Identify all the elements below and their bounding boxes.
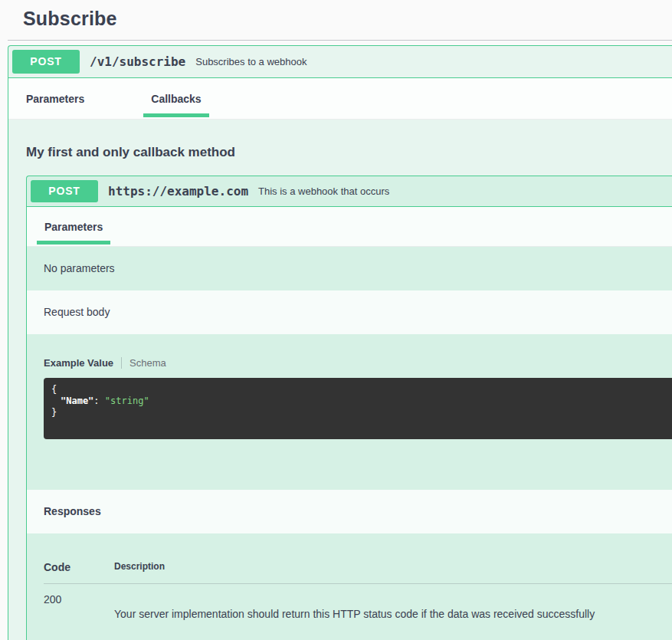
callbacks-panel: My first and only callback method POST h… [8,145,672,640]
responses-table-head: Code Description [44,561,672,584]
responses-table: Code Description 200 Your server impleme… [27,533,672,640]
model-tab-divider [121,357,122,369]
column-header-description: Description [114,561,165,573]
responses-label: Responses [44,505,101,517]
tab-schema[interactable]: Schema [129,357,166,369]
no-parameters-row: No parameters [27,247,672,290]
callback-method-badge-post: POST [31,180,98,202]
endpoint-path: /v1/subscribe [90,54,185,69]
endpoint-tab-bar: Parameters Callbacks [8,78,672,120]
endpoint-summary[interactable]: POST /v1/subscribe Subscribes to a webho… [8,46,672,78]
response-code: 200 [44,593,114,620]
model-example-tabs: Example Value Schema [44,357,672,369]
example-code-block: {"Name": "string"} [44,378,672,439]
page-title: Subscribe [23,8,649,30]
page-header: Subscribe [0,0,672,40]
callback-tab-parameters[interactable]: Parameters [37,207,110,246]
json-key: "Name" [61,395,93,406]
json-string-value: "string" [105,395,149,406]
no-parameters-label: No parameters [44,262,115,274]
opblock-subscribe: POST /v1/subscribe Subscribes to a webho… [8,45,672,640]
request-body-header: Request body [27,290,672,334]
callback-description: This is a webhook that occurs [258,185,389,197]
callback-tab-bar: Parameters [27,207,672,247]
method-badge-post: POST [12,50,80,74]
header-divider [8,40,672,41]
responses-header: Responses [27,490,672,533]
tab-callbacks[interactable]: Callbacks [143,78,208,119]
request-body-section: Example Value Schema {"Name": "string"} [27,334,672,439]
request-body-label: Request body [44,306,110,318]
tab-example-value[interactable]: Example Value [44,357,113,369]
endpoint-description: Subscribes to a webhook [195,56,306,67]
callback-url: https://example.com [108,184,248,199]
response-row-200: 200 Your server implementation should re… [44,584,672,620]
response-description: Your server implementation should return… [114,593,595,620]
callback-summary[interactable]: POST https://example.com This is a webho… [27,176,672,207]
tab-parameters[interactable]: Parameters [18,78,92,119]
opblock-callback: POST https://example.com This is a webho… [26,176,672,640]
column-header-code: Code [44,561,114,573]
callback-title: My first and only callback method [26,145,672,160]
